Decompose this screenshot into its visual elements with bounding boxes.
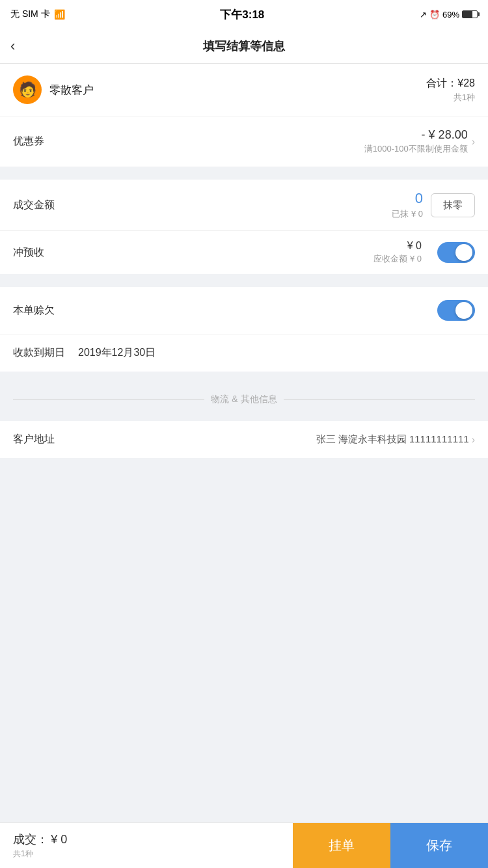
transaction-sub: 已抹 ¥ 0	[392, 208, 423, 220]
coupon-right: - ¥ 28.00 满1000-100不限制使用金额 ›	[364, 128, 475, 155]
prereceive-values: ¥ 0 应收金额 ¥ 0	[373, 240, 422, 265]
transaction-right: 0 已抹 ¥ 0 抹零	[392, 190, 475, 220]
customer-name: 零散客户	[49, 83, 94, 98]
prereceive-label: 冲预收	[13, 246, 44, 260]
avatar-icon: 🧑	[19, 81, 36, 98]
bottom-count: 共1种	[13, 848, 280, 860]
total-count: 共1种	[426, 92, 475, 103]
bottom-summary: 成交： ¥ 0 共1种	[0, 823, 293, 868]
transaction-value: 0	[392, 190, 423, 207]
spacer-bottom	[0, 465, 488, 517]
section-divider-3	[0, 378, 488, 385]
bottom-deal-label: 成交：	[13, 833, 48, 846]
debt-card: 本单赊欠 收款到期日 2019年12月30日	[0, 287, 488, 372]
round-zero-button[interactable]: 抹零	[431, 193, 475, 217]
sim-label: 无 SIM 卡	[10, 8, 50, 20]
transaction-amount-row: 成交金额 0 已抹 ¥ 0 抹零	[0, 180, 488, 230]
coupon-row[interactable]: 优惠券 - ¥ 28.00 满1000-100不限制使用金额 ›	[0, 116, 488, 167]
prereceive-row: 冲预收 ¥ 0 应收金额 ¥ 0	[0, 230, 488, 274]
divider-left	[13, 400, 204, 400]
customer-card: 🧑 零散客户 合计：¥28 共1种 优惠券 - ¥ 28.00 满1000-10…	[0, 64, 488, 167]
location-icon: ↗	[420, 10, 427, 20]
prereceive-toggle[interactable]	[437, 242, 475, 263]
page-title: 填写结算等信息	[203, 38, 285, 54]
customer-left: 🧑 零散客户	[13, 75, 94, 104]
section-divider-4	[0, 414, 488, 421]
address-right: 张三 海淀永丰科技园 11111111111 ›	[316, 433, 475, 446]
status-right: ↗ ⏰ 69%	[420, 10, 478, 20]
chevron-right-icon: ›	[472, 136, 475, 148]
bottom-deal: 成交： ¥ 0	[13, 832, 280, 847]
coupon-label: 优惠券	[13, 135, 44, 148]
address-row[interactable]: 客户地址 张三 海淀永丰科技园 11111111111 ›	[0, 421, 488, 458]
customer-right: 合计：¥28 共1种	[426, 77, 475, 103]
battery-percent: 69%	[442, 10, 459, 20]
back-button[interactable]: ‹	[0, 38, 25, 55]
nav-bar: ‹ 填写结算等信息	[0, 29, 488, 64]
status-bar: 无 SIM 卡 📶 下午3:18 ↗ ⏰ 69%	[0, 0, 488, 29]
address-label: 客户地址	[13, 433, 55, 446]
logistics-label: 物流 & 其他信息	[211, 394, 277, 405]
alarm-icon: ⏰	[429, 10, 440, 20]
status-time: 下午3:18	[220, 7, 264, 22]
transaction-label: 成交金额	[13, 198, 55, 212]
status-left: 无 SIM 卡 📶	[10, 8, 65, 20]
logistics-header: 物流 & 其他信息	[0, 385, 488, 414]
coupon-info: - ¥ 28.00 满1000-100不限制使用金额	[364, 128, 468, 155]
section-divider-2	[0, 280, 488, 287]
hold-button[interactable]: 挂单	[293, 823, 390, 868]
customer-row: 🧑 零散客户 合计：¥28 共1种	[0, 64, 488, 116]
toggle-knob	[455, 244, 472, 261]
battery-bar	[462, 10, 478, 18]
prereceive-right: ¥ 0 应收金额 ¥ 0	[373, 240, 475, 265]
address-card: 客户地址 张三 海淀永丰科技园 11111111111 ›	[0, 421, 488, 458]
save-button[interactable]: 保存	[390, 823, 488, 868]
transaction-card: 成交金额 0 已抹 ¥ 0 抹零 冲预收 ¥ 0 应收金额 ¥ 0	[0, 180, 488, 274]
wifi-icon: 📶	[54, 9, 65, 20]
avatar: 🧑	[13, 75, 42, 104]
debt-row: 本单赊欠	[0, 287, 488, 334]
coupon-desc: 满1000-100不限制使用金额	[364, 143, 468, 155]
bottom-bar: 成交： ¥ 0 共1种 挂单 保存	[0, 822, 488, 868]
bottom-deal-amount: ¥ 0	[51, 833, 67, 846]
address-value: 张三 海淀永丰科技园 11111111111	[316, 433, 469, 446]
total-label: 合计：¥28	[426, 77, 475, 90]
address-chevron-icon: ›	[472, 434, 475, 446]
section-divider-1	[0, 173, 488, 180]
amount-value-wrap: 0 已抹 ¥ 0	[392, 190, 423, 220]
debt-label: 本单赊欠	[13, 304, 55, 318]
duedate-row[interactable]: 收款到期日 2019年12月30日	[0, 334, 488, 372]
debt-toggle-knob	[455, 302, 472, 319]
coupon-discount: - ¥ 28.00	[364, 128, 468, 142]
prereceive-main: ¥ 0	[373, 240, 422, 252]
duedate-value: 2019年12月30日	[78, 346, 156, 360]
prereceive-sub: 应收金额 ¥ 0	[373, 253, 422, 265]
divider-right	[284, 400, 475, 400]
debt-toggle[interactable]	[437, 300, 475, 321]
duedate-label: 收款到期日	[13, 346, 65, 360]
